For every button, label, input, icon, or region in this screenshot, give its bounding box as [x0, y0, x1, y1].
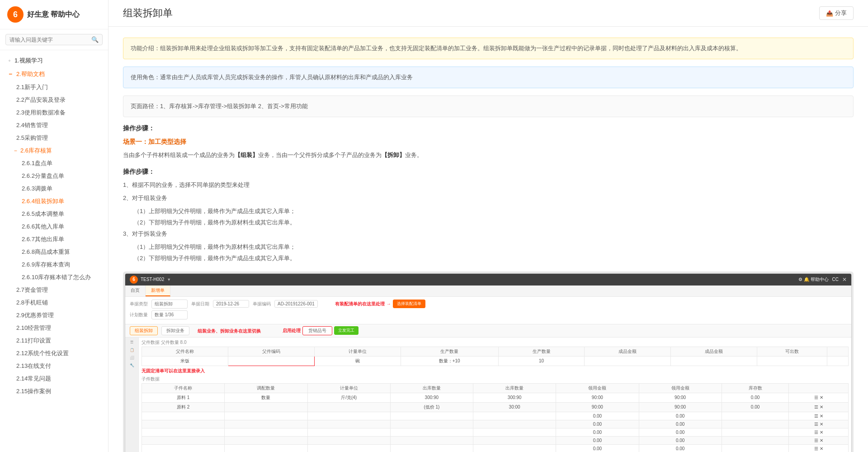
search-input[interactable] [9, 37, 91, 43]
minus-icon-2: － [13, 147, 19, 154]
nav-icon-4[interactable]: 🔧 [130, 363, 134, 367]
sidebar-item-data-prep[interactable]: 2.3使用前数据准备 [0, 106, 108, 119]
type-label: 单据类型 [130, 301, 148, 307]
sidebar-item-video[interactable]: ＋ 1.视频学习 [0, 54, 108, 67]
btd-out1b: 300:90 [473, 393, 556, 402]
btd-amt3b: 0.00 [639, 412, 722, 420]
sidebar-item-transfer[interactable]: 2.6.3调拨单 [0, 182, 108, 195]
nav-icon-2[interactable]: 📋 [130, 348, 134, 352]
function-intro-block: 功能介绍：组装拆卸单用来处理企业组装或拆卸等加工业务，支持有固定装配清单的产品加… [123, 38, 854, 59]
search-icon[interactable]: 🔍 [91, 36, 99, 43]
bth-use-amount: 领用金额 [556, 383, 639, 393]
sidebar-item-sales[interactable]: 2.4销售管理 [0, 119, 108, 132]
mock-process-field[interactable]: 货销品号 [302, 326, 332, 335]
sidebar-item-new-user[interactable]: 2.1新手入门 [0, 81, 108, 94]
sidebar-item-finance[interactable]: 2.7资金管理 [0, 284, 108, 296]
btd-amt6b: 0.00 [639, 436, 722, 444]
annotation-direct-label: 无固定清单可以在这里直接录入 [142, 368, 205, 374]
sidebar-item-other-in[interactable]: 2.6.6其他入库单 [0, 220, 108, 233]
sidebar-item-assembly[interactable]: 2.6.4组装拆卸单 [0, 195, 108, 208]
mock-tab-new[interactable]: 新增单 [146, 285, 170, 296]
share-icon: 📤 [826, 10, 833, 17]
btd-unit1: 斤/克(4) [307, 393, 390, 402]
th-ops [827, 347, 849, 356]
btd-amt4b: 0.00 [639, 420, 722, 428]
table-row-bottom-5: 0.00 0.00 ☰ ✕ [142, 428, 849, 436]
td-unit: 碗 [314, 356, 401, 366]
sidebar-item-cost-recalc[interactable]: 2.6.8商品成本重算 [0, 246, 108, 258]
scenario1-heading: 场景一：加工类型选择 [123, 138, 854, 146]
sidebar-item-inventory[interactable]: －2.6库存核算 [0, 144, 108, 157]
mock-dropdown-icon: ▼ [167, 277, 171, 282]
btd-out2b: 30:00 [473, 402, 556, 412]
sidebar-item-stock-ledger[interactable]: 2.6.9库存账本查询 [0, 258, 108, 271]
annotation-arrow1: → [387, 301, 391, 306]
sidebar-item-payment[interactable]: 2.13在线支付 [0, 360, 108, 372]
qty-field[interactable]: 数量 1/36 [151, 310, 188, 319]
sidebar-item-coupons[interactable]: 2.9优惠券管理 [0, 309, 108, 322]
mock-tab-home[interactable]: 自页 [125, 285, 146, 296]
bth-name: 子件名称 [142, 383, 225, 393]
annotation-bom-label: 有装配清单的在这里处理 [335, 301, 385, 307]
table-row-bottom-6: 0.00 0.00 ☰ ✕ [142, 436, 849, 444]
td-qty1: 数量：+10 [401, 356, 498, 366]
btd-op6: ☰ ✕ [789, 436, 849, 444]
nav-tree: ＋ 1.视频学习 － 2.帮助文档 2.1新手入门 2.2产品安装及登录 2.3… [0, 50, 108, 452]
nav-icon-1[interactable]: ☰ [130, 340, 133, 344]
confirm-btn[interactable]: 立发完工 [334, 326, 359, 335]
btd-out1: 300:90 [390, 393, 473, 402]
logo-text: 好生意 帮助中心 [27, 10, 80, 19]
table-row-bottom-2: 原料 2 (低价 1) 30:00 90:00 90:00 0.00 ☰ ✕ [142, 402, 849, 412]
mock-window-title: TEST-H002 [141, 277, 164, 282]
btd-stock1: 0.00 [722, 393, 789, 402]
share-button[interactable]: 📤 分享 [819, 6, 854, 20]
table-row-bottom-4: 0.00 0.00 ☰ ✕ [142, 420, 849, 428]
btd-amt2b: 90:00 [639, 402, 722, 412]
sidebar-item-print[interactable]: 2.11打印设置 [0, 334, 108, 347]
bottom-table: 子件名称 调配数量 计量单位 出库数量 出库数量 领用金额 领用金额 库存数 [142, 383, 849, 452]
annotation-btn-bom[interactable]: 选择装配清单 [393, 300, 425, 308]
sidebar-item-faq[interactable]: 2.14常见问题 [0, 372, 108, 385]
screenshot-wrapper: 6 TEST-H002 ▼ ⚙ 🔔 帮助中心 CC ✕ 自页 新增单 [123, 271, 854, 452]
close-icon[interactable]: ✕ [842, 276, 847, 283]
annotation-switch-label: 组装业务、拆卸业务在这里切换 [198, 328, 261, 333]
code-field[interactable]: AD-20191226-001 [274, 300, 318, 308]
code-label: 单据编码 [253, 301, 271, 307]
sidebar-item-install[interactable]: 2.2产品安装及登录 [0, 94, 108, 106]
sidebar-item-other-out[interactable]: 2.6.7其他出库单 [0, 233, 108, 246]
sidebar-item-help-docs[interactable]: － 2.帮助文档 [0, 67, 108, 81]
steps-heading: 操作步骤： [123, 168, 854, 176]
td-parent-code [228, 356, 314, 366]
step3: 3、对于拆装业务 [123, 228, 854, 239]
btd-amt4: 0.00 [556, 420, 639, 428]
mock-type-tab-assembly[interactable]: 组装拆卸 [130, 326, 158, 335]
sidebar-item-ledger-fix[interactable]: 2.6.10库存账本错了怎么办 [0, 271, 108, 284]
sidebar-item-purchase[interactable]: 2.5采购管理 [0, 132, 108, 144]
type-field[interactable]: 组装拆卸 [151, 300, 188, 309]
nav-icon-3[interactable]: ⬜ [130, 356, 134, 360]
btd-name1: 原料 1 [142, 393, 225, 402]
logo-icon: 6 [7, 6, 24, 23]
table-row-bottom-7: 0.00 0.00 ☰ ✕ [142, 444, 849, 452]
btd-amt5b: 0.00 [639, 428, 722, 436]
sidebar-item-sub-stocktake[interactable]: 2.6.2分量盘点单 [0, 170, 108, 182]
sidebar-item-cost-adjust[interactable]: 2.6.5成本调整单 [0, 208, 108, 220]
sidebar-item-operations[interactable]: 2.10经营管理 [0, 322, 108, 334]
table-row-bottom-1: 原料 1 数量 斤/克(4) 300:90 300:90 90:00 90:00… [142, 393, 849, 402]
table-row-top-1: 米饭 碗 数量：+10 10 [142, 356, 849, 366]
th-product-amount2: 成品金额 [671, 347, 757, 356]
annotation-process-label: 启用处理 [283, 328, 301, 334]
step3-sub1: （1）上部明细为父件明细，最终作为原材料生成其它出库单； [123, 242, 854, 253]
date-field[interactable]: 2019-12-26 [213, 300, 249, 308]
sidebar-item-personalize[interactable]: 2.12系统个性化设置 [0, 347, 108, 360]
sidebar-item-cases[interactable]: 2.15操作案例 [0, 385, 108, 398]
bth-plan-qty: 调配数量 [225, 383, 307, 393]
sidebar-item-stocktake[interactable]: 2.6.1盘点单 [0, 157, 108, 170]
mock-header-row: 单据类型 组装拆卸 单据日期 2019-12-26 单据编码 AD-201912… [130, 300, 847, 309]
mock-type-tab-disassembly[interactable]: 拆卸业务 [161, 326, 189, 335]
td-op [827, 356, 849, 366]
bth-use-amount2: 领用金额 [639, 383, 722, 393]
btd-op1: ☰ ✕ [789, 393, 849, 402]
minus-icon: － [7, 70, 14, 78]
sidebar-item-mobile[interactable]: 2.8手机旺铺 [0, 296, 108, 309]
